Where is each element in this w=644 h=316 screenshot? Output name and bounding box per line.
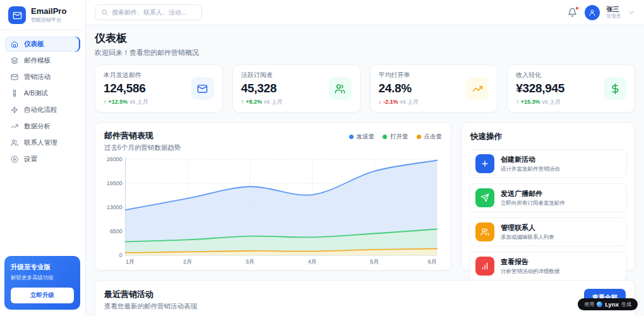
svg-text:4月: 4月	[307, 258, 317, 265]
badge-suffix: 生成	[621, 301, 631, 308]
action-title: 管理联系人	[501, 223, 554, 233]
stat-card-subscribers: 活跃订阅者 45,328 ↑+8.2%vs 上月	[232, 64, 361, 112]
brand-name: EmailPro	[31, 7, 66, 16]
stat-value: ¥328,945	[516, 82, 564, 95]
stat-value: 24.8%	[379, 82, 419, 95]
main-area: 张三 管理员 仪表板 欢迎回来！查看您的邮件营销概况 本月发送邮件 124,58…	[86, 0, 644, 316]
send-icon	[475, 188, 494, 207]
stat-card-revenue: 收入转化 ¥328,945 ↑+15.3%vs 上月	[507, 64, 635, 112]
page-title: 仪表板	[95, 31, 635, 46]
upgrade-button[interactable]: 立即升级	[11, 288, 74, 303]
stat-label: 本月发送邮件	[104, 71, 148, 80]
sidebar-item-label: 联系人管理	[24, 138, 57, 147]
mail-icon	[11, 73, 18, 81]
action-view-reports[interactable]: 查看报告分析营销活动的详细数据	[469, 252, 627, 281]
search-input[interactable]	[112, 9, 196, 16]
test-tube-icon	[11, 90, 18, 97]
svg-text:1月: 1月	[126, 258, 135, 265]
stat-value: 45,328	[241, 82, 283, 95]
legend-item-sent: 发送量	[349, 133, 375, 141]
chart-subtitle: 过去6个月的营销数据趋势	[104, 143, 181, 152]
page-subtitle: 欢迎回来！查看您的邮件营销概况	[95, 48, 635, 58]
svg-text:13000: 13000	[107, 204, 122, 210]
action-title: 查看报告	[501, 257, 560, 267]
badge-brand: Lynx	[605, 301, 619, 308]
performance-chart-card: 邮件营销表现 过去6个月的营销数据趋势 发送量 打开量 点击量 26000195…	[95, 122, 451, 270]
svg-text:5月: 5月	[370, 258, 379, 265]
sidebar-item-contacts[interactable]: 联系人管理	[5, 135, 80, 150]
recent-campaigns-card: 最近营销活动 查看您最新的邮件营销活动表现 查看全部 活动名称 状态 发送量 打…	[95, 280, 635, 316]
sidebar-item-label: 营销活动	[24, 73, 51, 82]
sidebar-item-analytics[interactable]: 数据分析	[5, 119, 80, 134]
stat-label: 平均打开率	[379, 71, 419, 80]
action-desc: 设计并发送邮件营销活动	[501, 166, 560, 173]
dollar-icon	[604, 77, 626, 100]
svg-text:6月: 6月	[427, 258, 437, 265]
lynx-watermark-badge[interactable]: 使用 Lynx 生成	[578, 298, 638, 310]
sidebar-item-dashboard[interactable]: 仪表板	[5, 37, 80, 52]
action-send-broadcast[interactable]: 发送广播邮件立即向所有订阅者发送邮件	[469, 183, 627, 212]
action-manage-contacts[interactable]: 管理联系人添加或编辑联系人列表	[469, 217, 627, 246]
area-chart: 260001950013000650001月2月3月4月5月6月	[104, 155, 442, 266]
action-desc: 分析营销活动的详细数据	[501, 268, 560, 276]
action-desc: 添加或编辑联系人列表	[501, 234, 554, 241]
recent-campaigns-title: 最近营销活动	[104, 289, 197, 300]
legend-item-opens: 打开量	[383, 133, 408, 141]
stat-card-emails-sent: 本月发送邮件 124,586 ↑+12.5%vs 上月	[95, 64, 223, 112]
stat-delta: ↑+15.3%vs 上月	[516, 98, 564, 106]
badge-prefix: 使用	[584, 301, 594, 308]
users-icon	[329, 77, 352, 100]
chart-title: 邮件营销表现	[104, 130, 181, 142]
trending-up-icon	[11, 123, 18, 130]
notification-dot	[575, 6, 579, 10]
sidebar: EmailPro 智能营销平台 仪表板 邮件模板 营销活动 A/B测试 自动化流…	[0, 0, 86, 316]
stat-delta: ↑+12.5%vs 上月	[104, 98, 148, 106]
stat-delta: ↓-2.1%vs 上月	[379, 98, 419, 106]
stat-value: 124,586	[104, 82, 148, 95]
users-icon	[475, 222, 494, 241]
sidebar-nav: 仪表板 邮件模板 营销活动 A/B测试 自动化流程 数据分析 联系人管理 设置	[0, 30, 85, 174]
notifications-button[interactable]	[568, 8, 578, 18]
brand-tagline: 智能营销平台	[31, 16, 66, 23]
legend-dot	[417, 135, 421, 139]
sidebar-item-label: 自动化流程	[24, 106, 57, 114]
sidebar-item-automation[interactable]: 自动化流程	[5, 102, 80, 118]
svg-text:2月: 2月	[183, 258, 193, 265]
action-create-campaign[interactable]: 创建新活动设计并发送邮件营销活动	[469, 149, 627, 178]
search-box[interactable]	[95, 4, 202, 20]
mail-icon	[191, 77, 214, 100]
action-title: 创建新活动	[501, 155, 560, 164]
sidebar-item-campaigns[interactable]: 营销活动	[5, 70, 80, 85]
plus-icon	[475, 154, 494, 173]
upgrade-title: 升级至专业版	[11, 263, 74, 272]
trending-up-icon	[466, 77, 489, 100]
bar-chart-icon	[475, 257, 494, 276]
dashboard-content: 仪表板 欢迎回来！查看您的邮件营销概况 本月发送邮件 124,586 ↑+12.…	[86, 25, 644, 316]
stat-card-open-rate: 平均打开率 24.8% ↓-2.1%vs 上月	[370, 64, 498, 112]
user-role: 管理员	[607, 13, 621, 19]
svg-text:26000: 26000	[107, 156, 122, 162]
sidebar-item-templates[interactable]: 邮件模板	[5, 53, 80, 68]
sidebar-item-ab-test[interactable]: A/B测试	[5, 86, 80, 101]
stat-delta: ↑+8.2%vs 上月	[241, 98, 283, 106]
gear-icon	[11, 155, 18, 163]
stat-label: 活跃订阅者	[241, 71, 283, 80]
user-name: 张三	[607, 6, 621, 13]
home-icon	[11, 40, 18, 48]
upgrade-card: 升级至专业版 解锁更多高级功能 立即升级	[4, 256, 80, 310]
legend-dot	[349, 135, 354, 139]
avatar[interactable]	[585, 5, 600, 20]
action-title: 发送广播邮件	[501, 189, 565, 198]
svg-text:6500: 6500	[110, 228, 122, 234]
app-window: EmailPro 智能营销平台 仪表板 邮件模板 营销活动 A/B测试 自动化流…	[0, 0, 644, 316]
recent-campaigns-subtitle: 查看您最新的邮件营销活动表现	[104, 302, 197, 311]
quick-actions-panel: 快速操作 创建新活动设计并发送邮件营销活动 发送广播邮件立即向所有订阅者发送邮件…	[461, 122, 635, 270]
action-desc: 立即向所有订阅者发送邮件	[501, 200, 565, 207]
chevron-down-icon[interactable]	[628, 9, 635, 16]
users-icon	[11, 139, 18, 147]
sidebar-item-label: 设置	[24, 155, 37, 164]
sidebar-item-settings[interactable]: 设置	[5, 152, 80, 167]
sidebar-item-label: 数据分析	[24, 122, 51, 131]
stat-label: 收入转化	[516, 71, 564, 80]
layers-icon	[11, 57, 18, 64]
